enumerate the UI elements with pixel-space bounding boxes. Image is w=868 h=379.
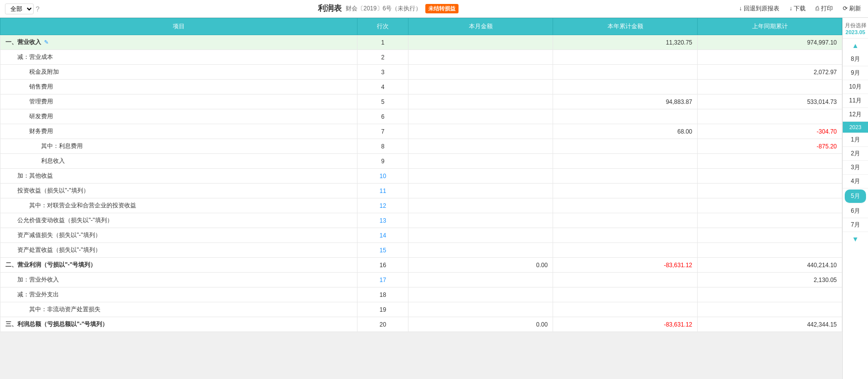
nav-up-btn[interactable]: ▲ [850,40,862,51]
table-body: 一、营业收入✎111,320.75974,997.10减：营业成本2税金及附加3… [0,35,842,332]
top-bar-center: 利润表 财会〔2019〕6号（未执行） 未结转损益 [318,3,459,14]
th-prev-year: 上年同期累计 [698,18,842,35]
td-year-amount [553,139,698,154]
td-year-amount [553,184,698,198]
td-year-amount [553,273,698,287]
project-name: 三、利润总额（亏损总额以"-"号填列） [5,321,108,328]
td-prev-year: 974,997.10 [698,35,842,50]
month-item[interactable]: 7月 [843,218,868,232]
month-item[interactable]: 2月 [843,147,868,161]
back-btn[interactable]: ↓ 回退到原报表 [737,3,781,14]
project-name: 其中：利息费用 [5,142,83,149]
month-item[interactable]: 3月 [843,161,868,175]
td-month-amount [408,124,553,139]
td-project: 管理费用 [0,95,357,109]
main-container: 项目 行次 本月金额 本年累计金额 上年同期累计 一、营业收入✎111,320.… [0,18,868,379]
refresh-btn[interactable]: ⟳ 刷新 [841,3,863,14]
month-item[interactable]: 2023 [843,122,868,133]
td-project: 其中：非流动资产处置损失 [0,302,357,317]
td-year-amount [553,228,698,243]
td-project: 投资收益（损失以"-"填列） [0,184,357,198]
table-row: 减：营业外支出18 [0,287,842,302]
table-header-row: 项目 行次 本月金额 本年累计金额 上年同期累计 [0,18,842,35]
td-month-amount [408,213,553,228]
month-item[interactable]: 1月 [843,133,868,147]
td-project: 资产处置收益（损失以"-"填列） [0,243,357,258]
project-name: 资产处置收益（损失以"-"填列） [5,246,101,253]
sidebar-label: 月份选择 2023.05 [843,20,868,39]
table-row: 税金及附加32,072.97 [0,65,842,80]
td-prev-year [698,213,842,228]
month-item[interactable]: 12月 [843,108,868,122]
project-name: 利息收入 [5,157,65,164]
td-year-amount [553,213,698,228]
project-name: 研发费用 [5,113,53,120]
table-row: 管理费用594,883.87533,014.73 [0,95,842,109]
top-left-select: 全部 ? [5,3,40,14]
th-month-amount: 本月金额 [408,18,553,35]
td-month-amount [408,65,553,80]
table-row: 其中：对联营企业和合营企业的投资收益12 [0,198,842,213]
table-row: 一、营业收入✎111,320.75974,997.10 [0,35,842,50]
sidebar-right: 月份选择 2023.05 ▲ 8月9月10月11月12月20231月2月3月4月… [842,18,868,379]
print-btn[interactable]: ⎙ 打印 [814,3,834,14]
table-row: 研发费用6 [0,109,842,124]
td-year-amount [553,198,698,213]
month-item[interactable]: 8月 [843,52,868,66]
table-row: 公允价值变动收益（损失以"-"填列）13 [0,213,842,228]
td-project: 加：其他收益 [0,169,357,184]
td-month-amount [408,109,553,124]
td-year-amount [553,50,698,65]
edit-icon[interactable]: ✎ [44,39,49,46]
project-name: 加：其他收益 [5,172,53,179]
td-row-num: 14 [357,228,408,243]
table-row: 资产减值损失（损失以"-"填列）14 [0,228,842,243]
month-item[interactable]: 10月 [843,80,868,94]
td-project: 销售费用 [0,80,357,95]
project-name: 公允价值变动收益（损失以"-"填列） [5,217,113,224]
table-row: 销售费用4 [0,80,842,95]
month-item[interactable]: 4月 [843,175,868,189]
td-project: 一、营业收入✎ [0,35,357,50]
content-area: 项目 行次 本月金额 本年累计金额 上年同期累计 一、营业收入✎111,320.… [0,18,842,379]
month-item[interactable]: 5月 [845,190,866,203]
nav-down-btn[interactable]: ▼ [850,233,862,245]
help-icon[interactable]: ? [36,5,40,13]
table-row: 加：营业外收入172,130.05 [0,273,842,287]
table-row: 其中：利息费用8-875.20 [0,139,842,154]
td-prev-year [698,109,842,124]
td-prev-year: -304.70 [698,124,842,139]
month-item[interactable]: 9月 [843,66,868,80]
td-prev-year [698,228,842,243]
td-project: 资产减值损失（损失以"-"填列） [0,228,357,243]
td-prev-year [698,169,842,184]
table-row: 财务费用768.00-304.70 [0,124,842,139]
month-item[interactable]: 11月 [843,94,868,108]
td-project: 减：营业外支出 [0,287,357,302]
td-prev-year [698,154,842,169]
td-project: 减：营业成本 [0,50,357,65]
table-wrapper: 项目 行次 本月金额 本年累计金额 上年同期累计 一、营业收入✎111,320.… [0,18,842,332]
td-year-amount: 68.00 [553,124,698,139]
table-row: 加：其他收益10 [0,169,842,184]
td-year-amount [553,65,698,80]
td-row-num: 4 [357,80,408,95]
td-month-amount [408,273,553,287]
td-month-amount [408,302,553,317]
project-name: 投资收益（损失以"-"填列） [5,187,89,194]
scope-select[interactable]: 全部 [5,3,34,14]
project-name: 管理费用 [5,98,53,105]
td-month-amount [408,80,553,95]
project-name: 资产减值损失（损失以"-"填列） [5,232,101,238]
download-btn[interactable]: ↓ 下载 [787,3,808,14]
td-month-amount [408,198,553,213]
project-name: 二、营业利润（亏损以"-"号填列） [5,261,96,268]
project-name: 销售费用 [5,83,53,90]
table-row: 利息收入9 [0,154,842,169]
month-item[interactable]: 6月 [843,204,868,218]
td-month-amount: 0.00 [408,317,553,332]
td-row-num: 8 [357,139,408,154]
td-year-amount: -83,631.12 [553,317,698,332]
td-month-amount [408,243,553,258]
profit-table: 项目 行次 本月金额 本年累计金额 上年同期累计 一、营业收入✎111,320.… [0,18,842,332]
